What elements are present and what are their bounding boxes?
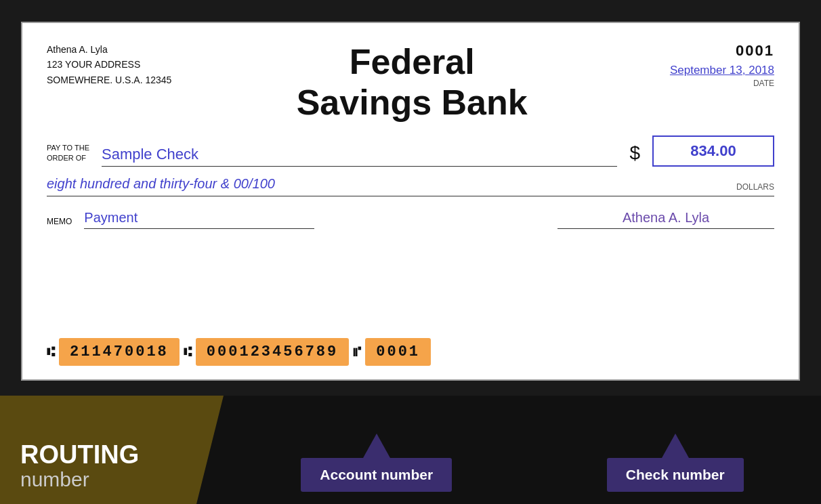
memo-value: Payment <box>84 210 138 225</box>
routing-number-block: 211470018 <box>59 338 180 366</box>
memo-line: Payment <box>84 210 314 229</box>
pay-to-label: PAY TO THE ORDER OF <box>47 143 89 164</box>
micr-close: ⑆ <box>184 344 192 360</box>
micr-open: ⑆ <box>47 344 55 360</box>
written-amount-row: eight hundred and thirty-four & 00/100 D… <box>47 176 774 196</box>
amount-box: 834.00 <box>652 135 774 167</box>
check-top-right: 0001 September 13, 2018 DATE <box>652 42 774 88</box>
signature-line: Athena A. Lyla <box>557 210 774 229</box>
payee-value: Sample Check <box>102 146 198 163</box>
check-label-group: Check number <box>607 434 744 492</box>
check-area: Athena A. Lyla 123 YOUR ADDRESS SOMEWHER… <box>0 0 821 396</box>
signature-area: Athena A. Lyla <box>321 210 774 229</box>
dollars-label: DOLLARS <box>736 182 774 192</box>
sender-address2: SOMEWHERE. U.S.A. 12345 <box>47 72 171 87</box>
written-amount: eight hundred and thirty-four & 00/100 <box>47 176 275 192</box>
bank-name: Federal Savings Bank <box>185 42 639 123</box>
micr-row: ⑆ 211470018 ⑆ 000123456789 ⑈ 0001 <box>47 338 774 366</box>
memo-signature-row: MEMO Payment Athena A. Lyla <box>47 210 774 229</box>
check-header-row: Athena A. Lyla 123 YOUR ADDRESS SOMEWHER… <box>47 42 774 123</box>
amount-value: 834.00 <box>690 142 736 159</box>
check-number-label: Check number <box>607 458 744 492</box>
date-value: September 13, 2018 <box>652 64 774 77</box>
sender-address1: 123 YOUR ADDRESS <box>47 57 171 72</box>
check-number-micr: 0001 <box>376 343 420 360</box>
micr-separator: ⑈ <box>353 344 361 360</box>
memo-label: MEMO <box>47 217 72 226</box>
dollar-sign: $ <box>629 142 640 164</box>
payee-line: Sample Check <box>102 146 617 167</box>
account-arrow <box>363 434 390 458</box>
signature-value: Athena A. Lyla <box>623 210 709 225</box>
account-label-group: Account number <box>301 434 452 492</box>
pay-to-row: PAY TO THE ORDER OF Sample Check $ 834.0… <box>47 135 774 167</box>
bottom-bar: ROUTING number Account number Check numb… <box>0 396 821 504</box>
sender-info: Athena A. Lyla 123 YOUR ADDRESS SOMEWHER… <box>47 42 171 87</box>
routing-block: ROUTING number <box>0 396 196 504</box>
account-number-label: Account number <box>301 458 452 492</box>
labels-area: Account number Check number <box>196 396 821 504</box>
routing-label-bold: ROUTING <box>20 442 196 467</box>
routing-number: 211470018 <box>70 343 169 360</box>
check-number-display: 0001 <box>652 42 774 60</box>
routing-label-normal: number <box>20 467 196 492</box>
sender-name: Athena A. Lyla <box>47 42 171 57</box>
account-number: 000123456789 <box>207 343 338 360</box>
account-number-block: 000123456789 <box>196 338 349 366</box>
date-label: DATE <box>652 79 774 88</box>
check-arrow <box>662 434 689 458</box>
check-number-block: 0001 <box>365 338 431 366</box>
check: Athena A. Lyla 123 YOUR ADDRESS SOMEWHER… <box>21 22 800 381</box>
